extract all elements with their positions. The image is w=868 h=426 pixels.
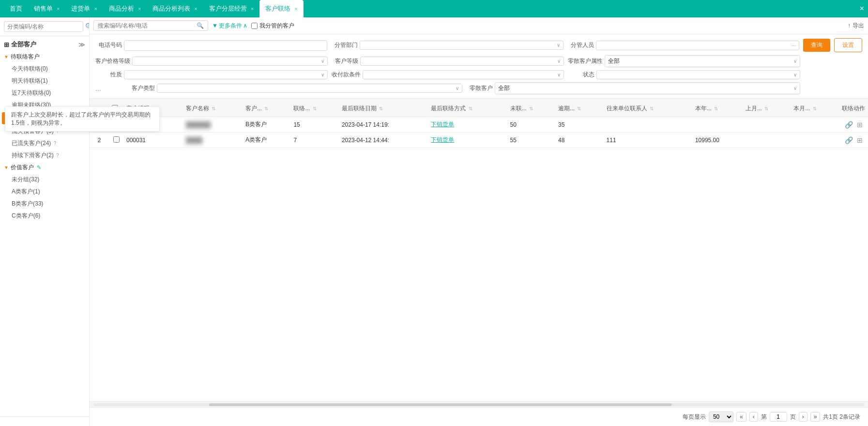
prev-page-btn[interactable]: ‹ — [749, 412, 758, 422]
more-filter-btn[interactable]: ▼ 更多条件 ∧ — [212, 22, 247, 30]
sort-name[interactable]: ⇅ — [212, 106, 215, 111]
sort-this-month[interactable]: ⇅ — [813, 106, 817, 111]
price-grade-select[interactable]: ∨ — [132, 57, 328, 66]
main-layout: 🔍 ⊞ 全部客户 ≫ ▼ 待联络客户 今天待联络(0) 明天待联络(1) 近7天… — [0, 17, 868, 426]
close-product-analysis-tab[interactable]: × — [138, 0, 141, 17]
filter-icon: ▼ — [212, 22, 218, 29]
cell-last-month-2 — [743, 132, 791, 148]
sort-contact-person[interactable]: ⇅ — [650, 106, 654, 111]
action-link-1[interactable]: 🔗 — [845, 121, 853, 129]
nav-product-list[interactable]: 商品分析列表 × — [147, 0, 203, 17]
retail-attr-select[interactable]: 全部 ∨ — [605, 55, 800, 67]
sort-last-date[interactable]: ⇅ — [379, 106, 383, 111]
close-sales-tab[interactable]: × — [57, 0, 60, 17]
export-button[interactable]: ↑ 导出 — [848, 22, 864, 30]
set-button[interactable]: 设置 — [834, 38, 862, 52]
retail-customer-arrow: ∨ — [793, 86, 797, 91]
customer-type-select[interactable]: ∨ — [157, 84, 462, 93]
cell-last-date-1: 2023-04-17 14:19: — [339, 117, 428, 132]
cell-last-method-1[interactable]: 下销货单 — [428, 117, 507, 132]
cell-check-2 — [109, 132, 123, 148]
tree-item-7days[interactable]: 近7天待联络(0) — [0, 87, 89, 99]
sidebar-collapse-btn[interactable]: ≫ — [78, 41, 85, 48]
next-page-btn[interactable]: › — [799, 412, 807, 422]
phone-input[interactable] — [124, 40, 327, 51]
sort-not-contact[interactable]: ⇅ — [529, 106, 533, 111]
close-all-tabs[interactable]: × — [860, 4, 864, 13]
tree-item-class-a[interactable]: A类客户(1) — [0, 186, 89, 198]
cell-last-date-2: 2023-04-12 14:44: — [339, 132, 428, 148]
scroll-thumb[interactable] — [209, 403, 671, 406]
cell-code-2[interactable]: 000031 — [123, 132, 183, 148]
page-number-input[interactable] — [770, 412, 787, 422]
sidebar-search-icon[interactable]: 🔍 — [85, 23, 90, 30]
last-page-btn[interactable]: » — [810, 412, 821, 422]
customer-grade-select[interactable]: ∨ — [360, 57, 564, 66]
value-edit-icon[interactable]: ✎ — [37, 164, 41, 171]
sort-last-month[interactable]: ⇅ — [764, 106, 768, 111]
first-page-btn[interactable]: « — [736, 412, 746, 422]
tree-item-ungroup[interactable]: 未分组(32) — [0, 174, 89, 186]
close-product-list-tab[interactable]: × — [194, 0, 197, 17]
nav-home[interactable]: 首页 — [4, 0, 28, 17]
table-header-row: ⚙ 客户编码 ⇅ 客户名称 ⇅ — [90, 101, 868, 117]
cell-last-method-2[interactable]: 下销货单 — [428, 132, 507, 148]
row-2-checkbox[interactable] — [113, 136, 120, 143]
action-grid-2[interactable]: ⊞ — [857, 136, 863, 144]
main-search-input[interactable] — [98, 22, 195, 29]
retail-customer-select[interactable]: 全部 ∨ — [495, 82, 800, 94]
th-action: 联络动作 — [839, 101, 868, 117]
main-search-icon[interactable]: 🔍 — [197, 22, 204, 29]
th-this-month: 本月... ⇅ — [791, 101, 839, 117]
gender-select[interactable]: ∨ — [124, 70, 328, 79]
sort-overdue[interactable]: ⇅ — [577, 106, 581, 111]
churned-info-icon[interactable]: ? — [54, 141, 57, 146]
my-customer-checkbox[interactable] — [251, 23, 258, 29]
tree-item-tomorrow[interactable]: 明天待联络(1) — [0, 75, 89, 87]
person-select-dots[interactable]: ··· — [792, 43, 796, 48]
filter-dept: 分管部门 ∨ — [331, 41, 563, 50]
filter-phone: 电话号码 — [95, 40, 327, 51]
retail-attr-arrow: ∨ — [793, 59, 797, 64]
sort-contact[interactable]: ⇅ — [313, 106, 317, 111]
filter-buttons: 查询 设置 — [803, 38, 862, 52]
cell-this-month-1 — [791, 117, 839, 132]
close-customer-contact-tab[interactable]: × — [294, 0, 297, 17]
tree-item-class-c[interactable]: C类客户(6) — [0, 210, 89, 222]
th-last-month: 上月... ⇅ — [743, 101, 791, 117]
tree-item-declining[interactable]: 持续下滑客户(2) ? — [0, 149, 89, 162]
status-select[interactable]: ∨ — [596, 70, 800, 79]
action-link-2[interactable]: 🔗 — [845, 136, 853, 144]
tree-item-churned[interactable]: 已流失客户(24) ? — [0, 137, 89, 149]
tree-item-class-b[interactable]: B类客户(33) — [0, 198, 89, 210]
filter-retail-customer: 零散客户 全部 ∨ — [466, 82, 800, 94]
nav-purchase[interactable]: 进货单 × — [65, 0, 103, 17]
sort-last-method[interactable]: ⇅ — [469, 106, 472, 111]
tree-group-pending: ▼ 待联络客户 今天待联络(0) 明天待联络(1) 近7天待联络(0) 逾期未联… — [0, 51, 89, 111]
tree-item-today[interactable]: 今天待联络(0) — [0, 63, 89, 75]
payment-select[interactable]: ∨ — [363, 70, 564, 79]
filter-customer-type: 客户类型 ∨ — [128, 84, 462, 93]
action-icons-1: 🔗 ⊞ — [842, 121, 865, 129]
sort-type[interactable]: ⇅ — [264, 106, 268, 111]
value-customer-group-title[interactable]: ▼ 价值客户 ✎ — [0, 162, 89, 174]
more-dots-icon[interactable]: ... — [95, 85, 101, 92]
nav-customer-tier[interactable]: 客户分层经营 × — [203, 0, 259, 17]
nav-sales[interactable]: 销售单 × — [28, 0, 65, 17]
query-button[interactable]: 查询 — [803, 39, 830, 52]
per-page-select[interactable]: 50 20 100 — [709, 411, 733, 422]
data-table: ⚙ 客户编码 ⇅ 客户名称 ⇅ — [90, 101, 868, 148]
horizontal-scroll-bar — [90, 401, 868, 407]
sidebar-search-input[interactable] — [4, 21, 83, 32]
th-not-contact: 未联... ⇅ — [507, 101, 556, 117]
nav-product-analysis[interactable]: 商品分析 × — [103, 0, 147, 17]
action-grid-1[interactable]: ⊞ — [857, 121, 863, 129]
sort-this-year[interactable]: ⇅ — [714, 106, 718, 111]
declining-info-icon[interactable]: ? — [56, 153, 59, 158]
person-select[interactable]: ··· — [596, 41, 799, 50]
dept-select[interactable]: ∨ — [360, 41, 563, 50]
close-purchase-tab[interactable]: × — [94, 0, 97, 17]
tree-group-pending-title[interactable]: ▼ 待联络客户 — [0, 51, 89, 63]
close-customer-tier-tab[interactable]: × — [251, 0, 254, 17]
nav-customer-contact[interactable]: 客户联络 × — [259, 0, 303, 17]
